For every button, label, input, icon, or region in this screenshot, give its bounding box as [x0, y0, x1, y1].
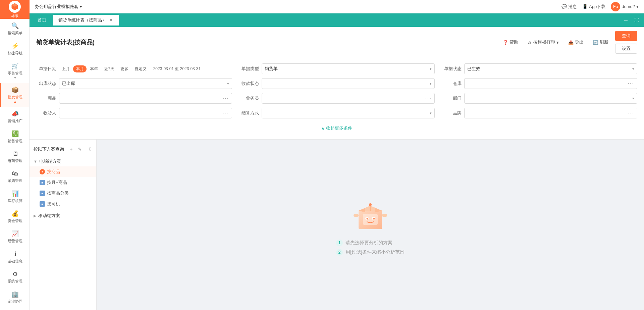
this-month-btn[interactable]: 本月	[73, 65, 87, 72]
sidebar-menu: 🔍 搜索菜单 ⚡ 快捷导航 🛒 零售管理 ▼ 📦 批发管理 ▲ 📣 营销推广 💹…	[0, 19, 29, 310]
download-icon: 📱	[582, 4, 588, 9]
nav-add-button[interactable]: ＋	[67, 146, 75, 153]
sidebar-item-ecommerce-label: 电商管理	[8, 158, 22, 163]
more-date-btn[interactable]: 更多	[118, 65, 131, 72]
svg-point-5	[373, 218, 375, 220]
sidebar-item-quicknav[interactable]: ⚡ 快捷导航	[0, 39, 29, 59]
tab-sales-stats[interactable]: 销货单统计表（按商品） ×	[53, 15, 119, 25]
tab-maximize-button[interactable]: ⛶	[632, 15, 641, 25]
step-1-number: 1	[336, 240, 343, 246]
nav-section-mobile-header[interactable]: ▶ 移动端方案	[30, 211, 96, 221]
doc-type-input[interactable]: 销货单 ▾	[262, 63, 435, 74]
payment-status-dropdown-icon: ▾	[430, 82, 432, 86]
workspace-selector[interactable]: 办公用品行业模拟账套 ▾	[35, 4, 82, 10]
out-status-input[interactable]: 已出库 ▾	[59, 78, 232, 89]
nav-item-by-category[interactable]: ■ 按商品分类	[30, 188, 96, 199]
nav-item-by-month-goods[interactable]: ■ 按月+商品	[30, 177, 96, 188]
last-7days-btn[interactable]: 近7天	[101, 65, 117, 72]
sidebar-item-marketing[interactable]: 📣 营销推广	[0, 107, 29, 127]
app-download-button[interactable]: 📱 App下载	[582, 4, 605, 10]
nav-section-desktop-header[interactable]: ▼ 电脑端方案	[30, 156, 96, 166]
export-button[interactable]: 📤 导出	[566, 38, 586, 47]
nav-item-by-driver-icon: ■	[40, 201, 45, 207]
nav-collapse-button[interactable]: 《	[85, 146, 92, 153]
sidebar-item-wholesale[interactable]: 📦 批发管理 ▲	[0, 83, 29, 107]
empty-state-icon	[350, 194, 390, 234]
tab-minimize-button[interactable]: ─	[621, 15, 631, 25]
empty-step-1: 1 请先选择要分析的方案	[336, 240, 405, 246]
doc-type-value: 销货单	[265, 66, 428, 72]
sidebar-item-system[interactable]: ⚙ 系统管理	[0, 267, 29, 287]
this-year-btn[interactable]: 本年	[87, 65, 101, 72]
page-title: 销货单统计表(按商品)	[36, 38, 95, 50]
topbar-right: 💬 消息 📱 App下载 Ea demo2 ▾	[561, 2, 639, 11]
goods-input[interactable]: ···	[59, 93, 232, 104]
help-button[interactable]: ❓ 帮助	[500, 38, 521, 47]
finance-icon: 💰	[11, 210, 19, 217]
print-label: 按模板打印	[533, 39, 555, 45]
query-button[interactable]: 查询	[615, 31, 637, 41]
main-area: 办公用品行业模拟账套 ▾ 💬 消息 📱 App下载 Ea demo2 ▾ 首页	[30, 0, 644, 310]
department-input[interactable]: ▾	[464, 93, 637, 104]
refresh-button[interactable]: 🔄 刷新	[590, 38, 611, 47]
receiver-dots-icon: ···	[223, 110, 229, 116]
custom-date-btn[interactable]: 自定义	[132, 65, 149, 72]
sidebar-item-operations[interactable]: 📈 经营管理	[0, 227, 29, 247]
sidebar-item-guide[interactable]: 🎯 新手引导	[0, 307, 29, 310]
sidebar-item-retail[interactable]: 🛒 零售管理 ▼	[0, 59, 29, 83]
sidebar-item-purchase[interactable]: 🛍 采购管理	[0, 167, 29, 187]
sidebar-item-inventory[interactable]: 📊 库存核算	[0, 187, 29, 207]
nav-section-mobile-expand-icon: ▶	[34, 214, 36, 218]
salesperson-input[interactable]: ···	[262, 93, 435, 104]
page-header: 销货单统计表(按商品) ❓ 帮助 🖨 按模板打印 ▾ 📤 导出 🔄 刷新	[30, 27, 644, 58]
left-nav-tools: ＋ ✎ 《	[67, 146, 92, 153]
step-2-text: 用[过滤]条件来缩小分析范围	[345, 249, 405, 255]
svg-point-7	[369, 203, 372, 206]
last-month-btn[interactable]: 上月	[59, 65, 72, 72]
svg-rect-8	[354, 214, 359, 217]
help-label: 帮助	[509, 39, 518, 45]
sidebar-item-search[interactable]: 🔍 搜索菜单	[0, 19, 29, 39]
sidebar-item-basic-label: 基础信息	[8, 259, 22, 264]
sidebar-item-ecommerce[interactable]: 🖥 电商管理	[0, 147, 29, 167]
svg-point-4	[367, 218, 368, 220]
filter-date: 单据日期 上月 本月 本年 近7天 更多 自定义 2023-03-01 至 20…	[36, 65, 232, 72]
nav-item-by-driver[interactable]: ■ 按司机	[30, 199, 96, 209]
workspace-dropdown-icon: ▾	[80, 4, 82, 9]
refresh-label: 刷新	[600, 39, 608, 45]
brand-input[interactable]: ···	[464, 108, 637, 118]
settlement-input[interactable]: ▾	[262, 108, 435, 118]
retail-expand-icon: ▼	[13, 76, 17, 80]
tab-close-button[interactable]: ×	[108, 17, 114, 23]
warehouse-dots-icon: ···	[628, 81, 634, 87]
nav-item-by-goods[interactable]: ● 按商品	[30, 166, 96, 177]
tab-home[interactable]: 首页	[32, 15, 52, 25]
receiver-input[interactable]: ···	[59, 108, 232, 118]
left-nav-header-label: 按以下方案查询	[34, 146, 64, 152]
message-label: 消息	[568, 4, 577, 10]
settlement-label: 结算方式	[239, 110, 259, 116]
print-button[interactable]: 🖨 按模板打印 ▾	[525, 38, 561, 47]
user-menu[interactable]: Ea demo2 ▾	[611, 2, 639, 11]
message-button[interactable]: 💬 消息	[561, 4, 577, 10]
tab-sales-stats-label: 销货单统计表（按商品）	[58, 17, 106, 23]
doc-status-label: 单据状态	[441, 66, 462, 72]
operations-icon: 📈	[11, 230, 19, 238]
sidebar-item-enterprise[interactable]: 🏢 企业协同	[0, 287, 29, 307]
doc-status-input[interactable]: 已生效 ▾	[464, 63, 637, 74]
payment-status-input[interactable]: ▾	[262, 78, 435, 89]
tabbar: 首页 销货单统计表（按商品） × ─ ⛶	[30, 13, 644, 27]
tab-home-label: 首页	[38, 17, 46, 23]
warehouse-input[interactable]: ···	[464, 78, 637, 89]
settings-button[interactable]: 设置	[615, 44, 637, 54]
sidebar: 标版 🔍 搜索菜单 ⚡ 快捷导航 🛒 零售管理 ▼ 📦 批发管理 ▲ 📣 营销推…	[0, 0, 30, 310]
workspace-label: 办公用品行业模拟账套	[35, 4, 78, 10]
collapse-filter-button[interactable]: ∧ 收起更多条件	[36, 122, 637, 134]
sidebar-item-basic[interactable]: ℹ 基础信息	[0, 247, 29, 267]
logo[interactable]: 标版	[0, 0, 30, 19]
filter-payment-status: 收款状态 ▾	[239, 78, 435, 89]
sidebar-item-finance[interactable]: 💰 资金管理	[0, 207, 29, 227]
collapse-icon: ∧	[321, 126, 325, 131]
nav-edit-button[interactable]: ✎	[76, 146, 84, 153]
sidebar-item-sales[interactable]: 💹 销售管理	[0, 127, 29, 147]
